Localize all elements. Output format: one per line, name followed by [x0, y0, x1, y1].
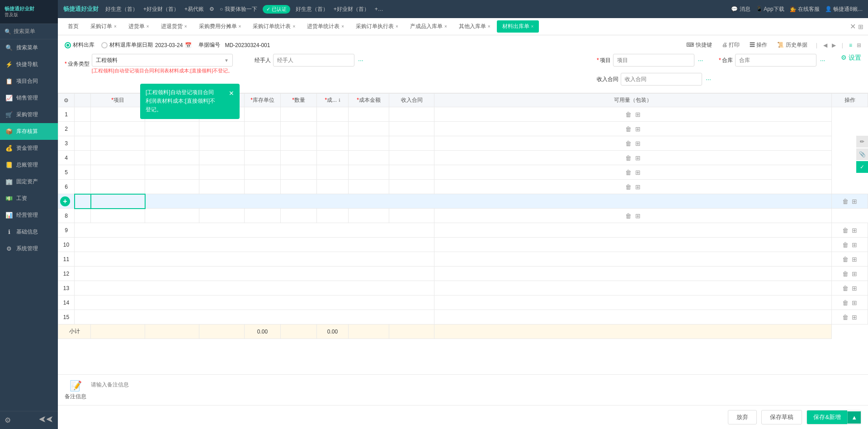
grid-view-button[interactable]: ⊞ [857, 42, 861, 48]
row-unit-2[interactable] [199, 122, 245, 136]
business-type-select[interactable]: 工程领料 ▼ [92, 54, 233, 67]
tab-home[interactable]: 首页 [62, 20, 84, 33]
copy-icon[interactable]: ⊞ [635, 169, 641, 176]
income-contract-dots[interactable]: ··· [706, 76, 711, 83]
row-available-1[interactable] [389, 107, 434, 122]
copy-icon[interactable]: ⊞ [852, 227, 857, 234]
row-project-8[interactable] [75, 209, 91, 223]
sidebar-item-search[interactable]: 🔍 搜索菜单 [0, 39, 58, 56]
row-income-8[interactable] [349, 209, 389, 223]
row-available-6[interactable] [389, 180, 434, 194]
tab-receipt-stats[interactable]: 进货单统计表 × [302, 20, 349, 33]
row-material-6[interactable] [91, 180, 145, 194]
save-draft-button[interactable]: 保存草稿 [761, 410, 802, 424]
header-nav-item-shengyi[interactable]: 好生意（首） [105, 5, 138, 13]
prev-button[interactable]: ◀ [823, 42, 827, 48]
row-qty-3[interactable] [245, 136, 281, 151]
list-view-button[interactable]: ≡ [849, 42, 852, 48]
copy-icon[interactable]: ⊞ [852, 314, 857, 321]
copy-icon[interactable]: ⊞ [635, 212, 641, 219]
row-spec-5[interactable] [145, 165, 199, 180]
settings-icon[interactable]: ⚙ 设置 [841, 54, 861, 62]
header-nav-item-haoyecai2[interactable]: +好业财（首） [334, 5, 369, 13]
row-project-4[interactable] [75, 151, 91, 165]
tab-purchase-expense[interactable]: 采购费用分摊单 × [193, 20, 247, 33]
header-nav-item-experience[interactable]: ○ 我要体验一下 [220, 5, 257, 13]
row-spec-3[interactable] [145, 136, 199, 151]
close-icon[interactable]: × [341, 24, 344, 29]
row-cost-5[interactable] [281, 165, 317, 180]
row-cost-6[interactable] [281, 180, 317, 194]
header-nav-item-yidaizhang[interactable]: +易代账 [184, 5, 204, 13]
header-nav-item-settings[interactable]: ⚙ [209, 6, 214, 12]
row-spec-4[interactable] [145, 151, 199, 165]
radio-material-return[interactable]: 材料退库 [101, 41, 131, 49]
operate-button[interactable]: ☰ 操作 [747, 40, 770, 50]
customer-service-button[interactable]: 💁 在线客服 [790, 5, 820, 13]
message-button[interactable]: 💬 消息 [731, 5, 750, 13]
row-material-1[interactable] [91, 107, 145, 122]
project-dots[interactable]: ··· [698, 57, 703, 64]
settings-button[interactable]: ⚙ [5, 416, 11, 424]
row-income-3[interactable] [349, 136, 389, 151]
close-icon[interactable]: × [239, 24, 241, 29]
row-amount-3[interactable] [317, 136, 349, 151]
sidebar-search[interactable]: 🔍 搜索菜单 [0, 24, 58, 39]
delete-icon[interactable]: 🗑 [842, 285, 849, 292]
header-nav-item-more[interactable]: +… [375, 6, 383, 12]
copy-icon[interactable]: ⊞ [852, 198, 857, 205]
row-income-1[interactable] [349, 107, 389, 122]
copy-icon[interactable]: ⊞ [635, 154, 641, 162]
row-material-3[interactable] [91, 136, 145, 151]
row-unit-4[interactable] [199, 151, 245, 165]
date-value[interactable]: 2023-03-24 [155, 42, 183, 48]
copy-icon[interactable]: ⊞ [852, 285, 857, 292]
col-settings[interactable]: ⚙ [58, 94, 75, 107]
sidebar-item-finance[interactable]: 💰 资金管理 [0, 140, 58, 157]
calendar-icon[interactable]: 📅 [185, 42, 192, 48]
sidebar-item-inventory[interactable]: 📦 库存核算 [0, 123, 58, 140]
tab-material-issue[interactable]: 材料出库单 × [497, 20, 539, 33]
right-panel-attach[interactable]: 📎 [856, 148, 868, 160]
row-amount-1[interactable] [317, 107, 349, 122]
row-unit-6[interactable] [199, 180, 245, 194]
close-icon[interactable]: × [146, 24, 149, 29]
copy-icon[interactable]: ⊞ [852, 241, 857, 248]
handler-dots[interactable]: ··· [358, 57, 363, 64]
row-amount-5[interactable] [317, 165, 349, 180]
copy-icon[interactable]: ⊞ [852, 299, 857, 306]
row-cost-1[interactable] [281, 107, 317, 122]
tab-close-button[interactable]: ✕ [850, 22, 856, 31]
delete-icon[interactable]: 🗑 [625, 212, 632, 219]
tooltip-close-button[interactable]: ✕ [229, 88, 234, 98]
close-icon[interactable]: × [114, 24, 117, 29]
save-new-button[interactable]: 保存&新增 ▲ [807, 410, 861, 424]
delete-icon[interactable]: 🗑 [842, 270, 849, 277]
row-project-5[interactable] [75, 165, 91, 180]
row-cost-3[interactable] [281, 136, 317, 151]
close-icon[interactable]: × [531, 24, 534, 29]
tab-other-receipt[interactable]: 其他入库单 × [453, 20, 496, 33]
row-available-4[interactable] [389, 151, 434, 165]
close-icon[interactable]: × [184, 24, 187, 29]
add-row-button[interactable]: + [60, 196, 70, 206]
add-row-btn-cell[interactable]: + [58, 194, 75, 209]
delete-icon[interactable]: 🗑 [842, 198, 849, 205]
row-qty-1[interactable] [245, 107, 281, 122]
row-project-1[interactable] [75, 107, 91, 122]
row-available-3[interactable] [389, 136, 434, 151]
radio-material-issue[interactable]: 材料出库 [65, 41, 94, 49]
delete-icon[interactable]: 🗑 [842, 256, 849, 263]
copy-icon[interactable]: ⊞ [635, 111, 641, 118]
tab-purchase-order[interactable]: 采购订单 × [85, 20, 122, 33]
row-project-6[interactable] [75, 180, 91, 194]
user-account[interactable]: 👤 畅捷通8账... [825, 5, 863, 13]
row-amount-8[interactable] [317, 209, 349, 223]
copy-icon[interactable]: ⊞ [635, 125, 641, 133]
add-project-cell[interactable] [75, 194, 91, 209]
row-amount-4[interactable] [317, 151, 349, 165]
close-icon[interactable]: × [488, 24, 491, 29]
tab-purchase-stats[interactable]: 采购订单统计表 × [247, 20, 301, 33]
copy-icon[interactable]: ⊞ [852, 256, 857, 263]
row-amount-2[interactable] [317, 122, 349, 136]
